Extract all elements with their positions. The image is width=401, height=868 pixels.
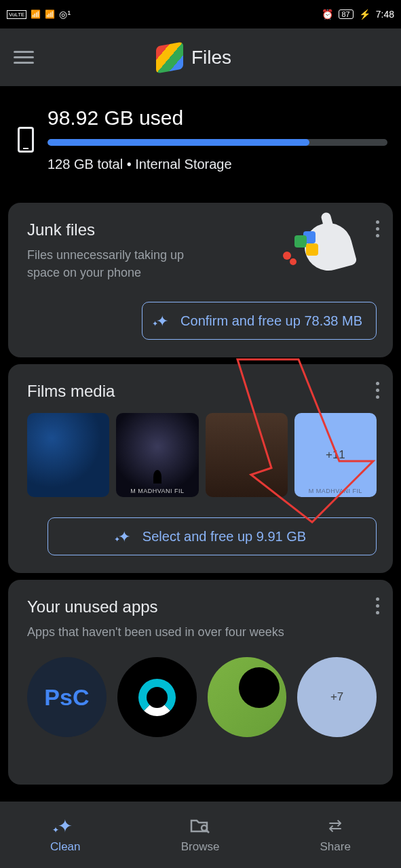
dustpan-icon <box>284 223 352 284</box>
media-thumbnail[interactable] <box>206 413 288 497</box>
files-logo-icon <box>156 41 183 73</box>
app-title: Files <box>191 47 231 68</box>
sparkle-icon <box>156 313 172 329</box>
battery-indicator: 87 <box>339 9 354 19</box>
junk-files-card: Junk files Files unnecessarily taking up… <box>8 203 393 357</box>
select-free-button[interactable]: Select and free up 9.91 GB <box>47 517 377 555</box>
swap-icon: ⇄ <box>328 816 342 836</box>
app-header: Files <box>0 28 401 86</box>
nav-browse[interactable]: Browse <box>181 816 220 854</box>
volte-indicator: VoLTE <box>7 10 26 19</box>
storage-detail: 128 GB total • Internal Storage <box>47 157 387 172</box>
app-icon[interactable] <box>117 657 197 737</box>
svg-line-1 <box>206 830 209 833</box>
charging-icon: ⚡ <box>359 9 370 20</box>
media-thumbnail-more[interactable]: +11 M MADHVANI FIL <box>294 413 377 497</box>
clock: 7:48 <box>376 9 394 20</box>
app-icon[interactable] <box>208 657 287 737</box>
alarm-icon: ⏰ <box>322 9 333 20</box>
nav-clean[interactable]: Clean <box>50 816 80 854</box>
films-media-card: Films media M MADHVANI FIL +11 M MADHVAN… <box>8 364 393 573</box>
storage-section[interactable]: 98.92 GB used 128 GB total • Internal St… <box>0 86 401 196</box>
bottom-nav: Clean Browse ⇄ Share <box>0 802 401 868</box>
unused-apps-card: Your unused apps Apps that haven't been … <box>8 580 393 785</box>
storage-used: 98.92 GB used <box>47 106 387 130</box>
phone-icon <box>18 127 34 153</box>
app-icon-more[interactable]: +7 <box>297 657 377 737</box>
sparkle-icon <box>55 816 75 836</box>
storage-progress <box>47 139 387 146</box>
confirm-free-button[interactable]: Confirm and free up 78.38 MB <box>142 302 377 340</box>
sparkle-icon <box>118 528 134 545</box>
folder-search-icon <box>189 816 211 836</box>
signal-icon: 📶 <box>45 9 55 19</box>
unused-title: Your unused apps <box>27 597 377 616</box>
signal-icon: 📶 <box>31 9 41 19</box>
junk-subtitle: Files unnecessarily taking up space on y… <box>27 246 217 281</box>
more-icon[interactable] <box>376 597 379 614</box>
nav-share[interactable]: ⇄ Share <box>320 816 351 854</box>
svg-point-0 <box>202 825 207 831</box>
media-thumbnail[interactable] <box>27 413 109 497</box>
unused-subtitle: Apps that haven't been used in over four… <box>27 623 312 641</box>
more-icon[interactable] <box>376 220 379 237</box>
app-icon[interactable]: PsC <box>27 657 107 737</box>
more-icon[interactable] <box>376 382 379 399</box>
films-title: Films media <box>27 382 377 401</box>
media-thumbnail[interactable]: M MADHVANI FIL <box>116 413 198 497</box>
status-bar: VoLTE 📶 📶 ◎¹ ⏰ 87 ⚡ 7:48 <box>0 0 401 28</box>
hotspot-icon: ◎¹ <box>59 9 71 20</box>
